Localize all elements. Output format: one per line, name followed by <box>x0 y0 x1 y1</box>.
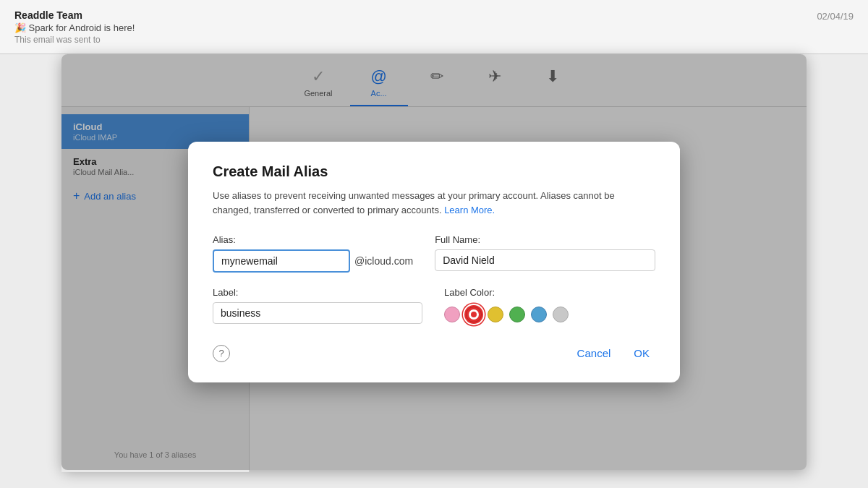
email-preview-content: Readdle Team 🎉 Spark for Android is here… <box>14 9 135 45</box>
color-pink[interactable] <box>444 307 460 322</box>
color-green[interactable] <box>509 307 525 322</box>
fullname-input[interactable] <box>435 249 655 271</box>
email-snippet: This email was sent to <box>14 35 135 45</box>
fullname-label: Full Name: <box>435 234 655 245</box>
label-input[interactable] <box>213 302 422 324</box>
email-preview-bar: Readdle Team 🎉 Spark for Android is here… <box>0 0 868 54</box>
background-app: Readdle Team 🎉 Spark for Android is here… <box>0 0 868 488</box>
help-button[interactable]: ? <box>213 345 230 362</box>
modal-description: Use aliases to prevent receiving unwante… <box>213 189 655 217</box>
alias-domain: @icloud.com <box>354 255 413 267</box>
color-blue[interactable] <box>531 307 547 322</box>
color-label: Label Color: <box>444 287 655 298</box>
alias-label: Alias: <box>213 234 413 245</box>
label-group: Label: <box>213 287 422 324</box>
learn-more-link[interactable]: Learn More. <box>444 205 495 215</box>
form-row-1: Alias: @icloud.com Full Name: <box>213 234 655 273</box>
modal-description-text: Use aliases to prevent receiving unwante… <box>213 190 615 215</box>
alias-input[interactable] <box>213 249 350 273</box>
email-sender: Readdle Team <box>14 9 135 21</box>
color-yellow[interactable] <box>488 307 503 322</box>
modal-overlay: Create Mail Alias Use aliases to prevent… <box>61 54 807 470</box>
cancel-button[interactable]: Cancel <box>571 344 617 362</box>
create-alias-modal: Create Mail Alias Use aliases to prevent… <box>188 142 680 382</box>
fullname-group: Full Name: <box>435 234 655 273</box>
color-gray[interactable] <box>553 307 569 322</box>
modal-actions: Cancel OK <box>571 344 655 362</box>
alias-input-wrapper: @icloud.com <box>213 249 413 273</box>
email-subject: 🎉 Spark for Android is here! <box>14 22 135 33</box>
modal-footer: ? Cancel OK <box>213 344 655 362</box>
color-group: Label Color: <box>444 287 655 324</box>
color-options <box>444 307 655 322</box>
label-label: Label: <box>213 287 422 298</box>
alias-group: Alias: @icloud.com <box>213 234 413 273</box>
email-date: 02/04/19 <box>817 11 854 22</box>
modal-title: Create Mail Alias <box>213 163 655 180</box>
ok-button[interactable]: OK <box>628 344 655 362</box>
color-red[interactable] <box>466 307 482 322</box>
form-row-2: Label: Label Color: <box>213 287 655 324</box>
